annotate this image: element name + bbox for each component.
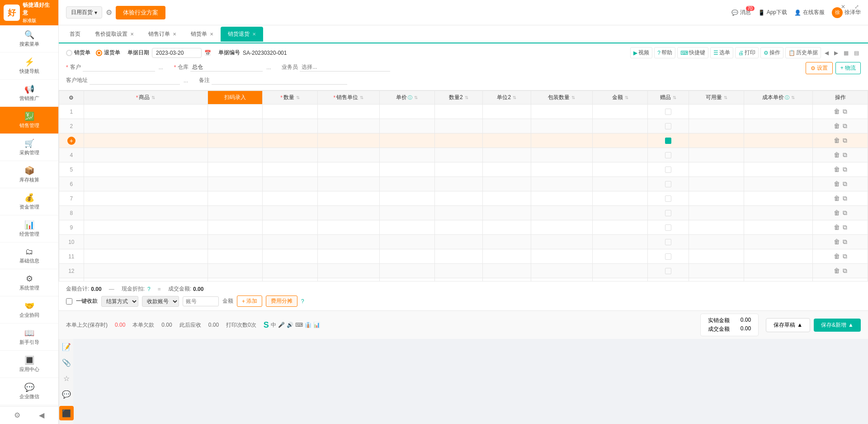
view-toggle-grid[interactable]: ▦ <box>842 50 850 56</box>
collapse-icon[interactable]: ◀ <box>39 411 44 419</box>
sidebar-item-system[interactable]: ⚙ 系统管理 <box>0 269 58 296</box>
cell-product-3[interactable] <box>84 133 208 148</box>
cell-sales-unit-12[interactable] <box>317 264 379 278</box>
cell-available-2[interactable] <box>689 119 744 133</box>
sidebar-item-search[interactable]: 🔍 搜索菜单 <box>0 25 58 52</box>
help-btn[interactable]: ? 帮助 <box>654 47 675 58</box>
cell-available-1[interactable] <box>689 105 744 119</box>
cell-amount-12[interactable] <box>593 264 648 278</box>
experience-btn[interactable]: 体验行业方案 <box>116 6 165 19</box>
cell-pack-qty-5[interactable] <box>531 162 593 177</box>
cell-cost-price-4[interactable] <box>744 148 813 162</box>
cell-unit2-12[interactable] <box>483 264 531 278</box>
th-gear[interactable]: ⚙ <box>59 91 84 105</box>
cell-qty2-9[interactable] <box>434 220 482 235</box>
gift-checkbox-7[interactable] <box>665 195 671 202</box>
save-new-btn[interactable]: 保存&新增 ▲ <box>814 319 861 332</box>
add-payment-btn[interactable]: + 添加 <box>237 295 262 307</box>
cell-pack-qty-3[interactable] <box>531 133 593 148</box>
cell-unit2-9[interactable] <box>483 220 531 235</box>
warehouse-dots[interactable]: ... <box>266 64 271 71</box>
cell-product-1[interactable] <box>84 105 208 119</box>
cell-available-3[interactable] <box>689 133 744 148</box>
cell-product-12[interactable] <box>84 264 208 278</box>
sidebar-item-guide[interactable]: 📖 新手引导 <box>0 324 58 351</box>
copy-row-6[interactable]: ⧉ <box>843 180 847 188</box>
shortcut-btn[interactable]: ⌨ 快捷键 <box>677 47 708 58</box>
cell-cost-price-6[interactable] <box>744 177 813 191</box>
cell-unit2-4[interactable] <box>483 148 531 162</box>
select-btn[interactable]: ☰ 选单 <box>710 47 733 58</box>
cell-product-4[interactable] <box>84 148 208 162</box>
delete-row-2[interactable]: 🗑 <box>834 122 840 130</box>
radio-sales[interactable]: 销货单 <box>66 49 90 57</box>
cell-qty2-7[interactable] <box>434 191 482 206</box>
available-sort-icon[interactable]: ⇅ <box>724 95 727 100</box>
cell-cost-price-10[interactable] <box>744 235 813 249</box>
delete-row-12[interactable]: 🗑 <box>834 267 840 275</box>
zh-icon[interactable]: 中 <box>271 321 276 329</box>
nav-prev-btn[interactable]: ◀ <box>823 50 830 56</box>
cell-pack-qty-12[interactable] <box>531 264 593 278</box>
cell-sales-unit-10[interactable] <box>317 235 379 249</box>
cell-sales-unit-11[interactable] <box>317 249 379 264</box>
cell-unit-price-10[interactable] <box>379 235 434 249</box>
calendar-icon[interactable]: 📅 <box>204 50 211 56</box>
s-icon[interactable]: S <box>264 320 269 330</box>
delete-row-4[interactable]: 🗑 <box>834 151 840 159</box>
sidebar-item-marketing[interactable]: 📢 营销推广 <box>0 80 58 107</box>
topbar-gear-icon[interactable]: ⚙ <box>106 8 112 17</box>
radio-return[interactable]: 退货单 <box>96 49 120 57</box>
cell-unit-price-7[interactable] <box>379 191 434 206</box>
cell-sales-unit-7[interactable] <box>317 191 379 206</box>
th-scan[interactable]: 扫码录入 <box>208 91 263 105</box>
gift-checkbox-11[interactable] <box>665 253 671 260</box>
cell-sales-unit-4[interactable] <box>317 148 379 162</box>
cell-sales-unit-5[interactable] <box>317 162 379 177</box>
product-sort-icon[interactable]: ⇅ <box>151 95 155 100</box>
cell-unit-price-2[interactable] <box>379 119 434 133</box>
copy-row-12[interactable]: ⧉ <box>843 267 847 275</box>
cell-quantity-1[interactable] <box>263 105 318 119</box>
cell-unit2-7[interactable] <box>483 191 531 206</box>
cell-available-7[interactable] <box>689 191 744 206</box>
operation-btn[interactable]: ⚙ 操作 <box>760 47 783 58</box>
right-attachment-icon[interactable]: 📎 <box>62 358 71 367</box>
save-draft-btn[interactable]: 保存草稿 ▲ <box>766 318 810 332</box>
cell-amount-6[interactable] <box>593 177 648 191</box>
delete-row-9[interactable]: 🗑 <box>834 224 840 231</box>
tab-sales-order-close[interactable]: ✕ <box>173 32 176 37</box>
cell-pack-qty-1[interactable] <box>531 105 593 119</box>
cell-unit-price-3[interactable] <box>379 133 434 148</box>
tab-expand[interactable]: ⤢ <box>854 4 859 10</box>
tab-sales-return[interactable]: 销货退货 ✕ <box>221 27 263 42</box>
gift-checkbox-8[interactable] <box>665 210 671 216</box>
cell-product-2[interactable] <box>84 119 208 133</box>
gift-sort-icon[interactable]: ⇅ <box>673 95 676 100</box>
cell-quantity-5[interactable] <box>263 162 318 177</box>
gift-checkbox-1[interactable] <box>665 109 671 115</box>
account-input[interactable] <box>183 296 219 306</box>
copy-row-8[interactable]: ⧉ <box>843 209 847 217</box>
address-dots[interactable]: ... <box>184 77 188 84</box>
delete-row-3[interactable]: 🗑 <box>834 137 840 144</box>
cell-cost-price-3[interactable] <box>744 133 813 148</box>
cell-sales-unit-6[interactable] <box>317 177 379 191</box>
add-row-btn[interactable]: + <box>67 137 75 145</box>
data-table-wrap[interactable]: ⚙ * 商品 ⇅ 扫码录入 <box>59 91 868 281</box>
cell-unit-price-5[interactable] <box>379 162 434 177</box>
copy-row-5[interactable]: ⧉ <box>843 166 847 173</box>
cell-product-8[interactable] <box>84 206 208 220</box>
fee-help-icon[interactable]: ? <box>301 298 304 305</box>
cell-qty2-10[interactable] <box>434 235 482 249</box>
cell-unit2-8[interactable] <box>483 206 531 220</box>
cell-qty2-1[interactable] <box>434 105 482 119</box>
cell-pack-qty-6[interactable] <box>531 177 593 191</box>
category-select[interactable]: 日用百货 ▾ <box>66 6 102 19</box>
cell-unit2-5[interactable] <box>483 162 531 177</box>
cell-amount-8[interactable] <box>593 206 648 220</box>
print-btn[interactable]: 🖨 打印 <box>735 47 759 58</box>
right-note-icon[interactable]: 📝 <box>62 343 71 351</box>
cell-sales-unit-1[interactable] <box>317 105 379 119</box>
gift-checkbox-3[interactable] <box>665 138 671 144</box>
